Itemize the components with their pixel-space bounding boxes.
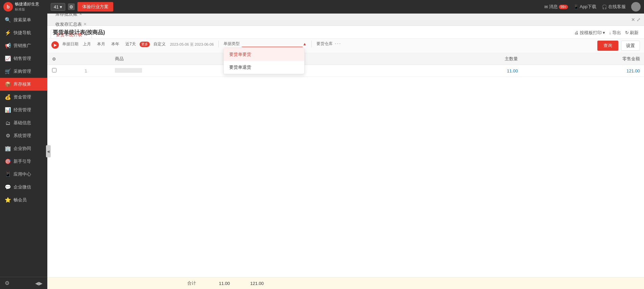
sidebar-item-finance[interactable]: 💰资金管理 <box>0 91 47 104</box>
header-middle: 41 ▾ ⚙ 体验行业方案 <box>51 2 544 12</box>
online-service-label: 在线客服 <box>608 4 626 10</box>
main-layout: 🔍搜索菜单⚡快捷导航📢营销推广📈销售管理🛒采购管理📦库存核算💰资金管理📊经营管理… <box>0 14 644 289</box>
sidebar-label-inventory: 库存核算 <box>14 81 31 87</box>
top-header: b 畅捷通好生意 标准版 41 ▾ ⚙ 体验行业方案 ✉ 消息 99+ 📱 Ap… <box>0 0 644 14</box>
headset-icon: 🎧 <box>602 4 607 9</box>
export-button[interactable]: ↓ 导出 <box>609 30 621 36</box>
company-name: 畅捷通好生意 <box>15 2 39 7</box>
type-filter-group: 单据类型 ▲ 要货单要货 要货单退货 <box>223 41 307 47</box>
sidebar-item-wechat[interactable]: 💬企业微信 <box>0 181 47 194</box>
sidebar-toggle-button[interactable]: ◀ <box>46 145 51 157</box>
message-badge: 99+ <box>559 5 568 9</box>
row-checkbox[interactable] <box>52 68 56 72</box>
filter-content: 单据日期 上月 本月 本年 近7天 更多 自定义 2023-05-06 至 20… <box>62 41 640 51</box>
trial-button[interactable]: 体验行业方案 <box>77 2 113 12</box>
this-year-btn[interactable]: 本年 <box>109 41 122 48</box>
sidebar-item-sales[interactable]: 📈销售管理 <box>0 52 47 65</box>
type-dropdown-chevron-icon[interactable]: ▲ <box>303 42 307 46</box>
td-checkbox[interactable] <box>47 65 61 77</box>
phone-icon: 📱 <box>573 4 579 9</box>
sidebar-item-business[interactable]: 📊经营管理 <box>0 104 47 116</box>
message-label: 消息 <box>549 4 558 10</box>
tab-close-all-icon[interactable]: ✕ <box>631 17 635 22</box>
sidebar-label-member: 畅会员 <box>14 197 27 203</box>
tab-bar: 首页库存批次账 ✕收发存汇总表 ✕要货单统计表 ✕ ✕ ⤢ <box>47 14 644 26</box>
refresh-label: 刷新 <box>630 30 639 36</box>
app-logo-icon: b <box>3 2 13 12</box>
table-container: ⚙ 商品 主计量单位 主数量 零售金额 1 块 11.00 121.00 <box>47 53 644 277</box>
sidebar-item-marketing[interactable]: 📢营销推广 <box>0 39 47 52</box>
sidebar-label-wechat: 企业微信 <box>14 184 31 190</box>
type-select-container: ▲ <box>242 41 307 47</box>
chevron-down-icon: ▾ <box>60 4 62 9</box>
sidebar: 🔍搜索菜单⚡快捷导航📢营销推广📈销售管理🛒采购管理📦库存核算💰资金管理📊经营管理… <box>0 14 47 289</box>
export-icon: ↓ <box>609 30 612 35</box>
dropdown-option-requisition-return[interactable]: 要货单退货 <box>224 61 304 74</box>
last-7-days-btn[interactable]: 近7天 <box>123 41 138 48</box>
more-date-badge[interactable]: 更多 <box>140 42 150 47</box>
online-service-button[interactable]: 🎧 在线客服 <box>602 4 626 10</box>
sidebar-item-search[interactable]: 🔍搜索菜单 <box>0 14 47 26</box>
user-avatar[interactable] <box>631 2 641 12</box>
query-button[interactable]: 查询 <box>597 41 618 51</box>
date-shortcuts: 上月 本月 本年 近7天 更多 自定义 <box>80 41 168 48</box>
tab-close-inventory_batch[interactable]: ✕ <box>79 14 82 16</box>
this-month-btn[interactable]: 本月 <box>95 41 108 48</box>
tab-inventory_batch[interactable]: 库存批次账 ✕ <box>51 14 92 19</box>
tab-label-inventory_batch: 库存批次账 <box>55 14 77 17</box>
company-selector[interactable]: 41 ▾ <box>51 3 65 11</box>
date-range-text: 2023-05-06 至 2023-06-06 <box>170 42 214 47</box>
sidebar-label-enterprise: 企业协同 <box>14 146 31 152</box>
print-icon: 🖨 <box>574 30 579 35</box>
sidebar-collapse-icon[interactable]: ◀▶ <box>35 281 43 286</box>
sidebar-item-system[interactable]: ⚙系统管理 <box>0 129 47 142</box>
filter-separator-2 <box>311 41 312 47</box>
sidebar-item-guide[interactable]: 🎯新手引导 <box>0 155 47 168</box>
data-table: ⚙ 商品 主计量单位 主数量 零售金额 1 块 11.00 121.00 <box>47 53 644 77</box>
refresh-icon: ↻ <box>625 30 629 35</box>
type-filter-input[interactable] <box>242 41 303 47</box>
filter-settings-button[interactable]: 设置 <box>621 41 640 51</box>
dropdown-option-requisition-order[interactable]: 要货单要货 <box>224 48 304 61</box>
sidebar-item-enterprise[interactable]: 🏢企业协同 <box>0 142 47 155</box>
sidebar-icon-enterprise: 🏢 <box>5 146 11 152</box>
last-month-btn[interactable]: 上月 <box>80 41 93 48</box>
message-button[interactable]: ✉ 消息 99+ <box>544 4 568 10</box>
refresh-button[interactable]: ↻ 刷新 <box>625 30 639 36</box>
sidebar-item-base[interactable]: 🗂基础信息 <box>0 116 47 129</box>
sidebar-icon-inventory: 📦 <box>5 81 11 87</box>
sidebar-icon-wechat: 💬 <box>5 184 11 190</box>
tab-expand-icon[interactable]: ⤢ <box>637 17 641 22</box>
sidebar-item-app_center[interactable]: 📱应用中心 <box>0 168 47 181</box>
app-download-button[interactable]: 📱 App下载 <box>573 4 596 10</box>
sidebar-item-shortcut[interactable]: ⚡快捷导航 <box>0 26 47 39</box>
date-filter-group: 单据日期 上月 本月 本年 近7天 更多 自定义 2023-05-06 至 20… <box>62 41 214 48</box>
page-actions: 🖨 按模板打印 ▾ ↓ 导出 ↻ 刷新 <box>574 30 639 36</box>
filter-actions: 查询 设置 <box>597 41 640 51</box>
sidebar-icon-guide: 🎯 <box>5 158 11 164</box>
export-label: 导出 <box>612 30 621 36</box>
logo-text-block: 畅捷通好生意 标准版 <box>15 2 39 12</box>
type-filter-label: 单据类型 <box>223 41 240 47</box>
sidebar-settings-icon[interactable]: ⚙ <box>5 280 9 286</box>
sidebar-items-container: 🔍搜索菜单⚡快捷导航📢营销推广📈销售管理🛒采购管理📦库存核算💰资金管理📊经营管理… <box>0 14 47 206</box>
filter-bar: ▶ 单据日期 上月 本月 本年 近7天 更多 自定义 2023-05-06 至 … <box>47 38 644 53</box>
td-amount: 121.00 <box>522 65 644 77</box>
sidebar-bottom: ⚙ ◀▶ <box>0 277 47 289</box>
th-gear[interactable]: ⚙ <box>47 53 61 65</box>
custom-date-btn[interactable]: 自定义 <box>151 41 168 48</box>
sidebar-icon-search: 🔍 <box>5 17 11 23</box>
page-header: 要货单统计表(按商品) 🖨 按模板打印 ▾ ↓ 导出 ↻ 刷新 <box>47 26 644 38</box>
filter-expand-button[interactable]: ▶ <box>51 41 59 49</box>
warehouse-dots-icon[interactable]: ··· <box>335 41 341 47</box>
table-header-row: ⚙ 商品 主计量单位 主数量 零售金额 <box>47 53 644 65</box>
sidebar-item-member[interactable]: ⭐畅会员 <box>0 194 47 206</box>
sidebar-item-inventory[interactable]: 📦库存核算 <box>0 78 47 91</box>
settings-icon[interactable]: ⚙ <box>68 3 75 10</box>
sidebar-label-base: 基础信息 <box>14 120 31 126</box>
tab-bar-right: ✕ ⤢ <box>631 17 641 22</box>
sidebar-icon-sales: 📈 <box>5 55 11 62</box>
print-button[interactable]: 🖨 按模板打印 ▾ <box>574 30 605 36</box>
print-label: 按模板打印 <box>580 30 602 36</box>
sidebar-item-purchase[interactable]: 🛒采购管理 <box>0 65 47 78</box>
